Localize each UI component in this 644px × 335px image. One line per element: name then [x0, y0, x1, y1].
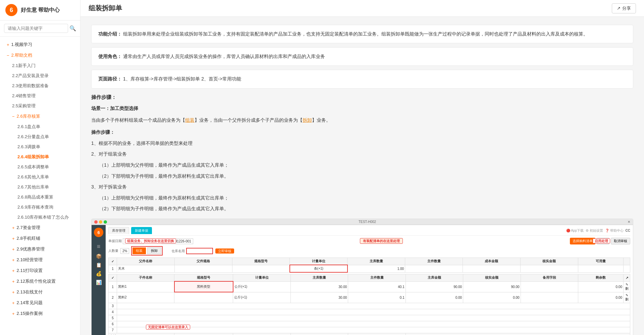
- mock-confirm-btn[interactable]: 选择购料清单: [570, 238, 595, 244]
- sidebar-item-2-6-3[interactable]: 2.6.3调拨单: [0, 142, 80, 152]
- sidebar-item-2-10[interactable]: + 2.10经营管理: [0, 255, 80, 265]
- sidebar-item-2-5[interactable]: 2.5采购管理: [0, 101, 80, 111]
- sidebar-item-video[interactable]: + 1.视频学习: [0, 39, 80, 50]
- sidebar-item-2-1[interactable]: 2.1新手入门: [0, 61, 80, 71]
- sidebar-item-2-6-2[interactable]: 2.6.2分量盘点单: [0, 132, 80, 142]
- search-button[interactable]: 🔍: [69, 25, 76, 32]
- plus-icon-2-11: +: [12, 268, 15, 273]
- logo-icon: 6: [5, 4, 17, 16]
- plus-icon-2-10: +: [12, 258, 15, 263]
- step2-sub2: （2）下部明细为子件明细，最终作为原材料生成其它出库单。: [91, 172, 633, 181]
- app-name: 好生意 帮助中心: [21, 7, 60, 14]
- step3-sub1: （1）上部明细为父件明细，最终作为原材料生成其它出库单；: [91, 193, 633, 203]
- role-text: 通常由生产人员或库管人员完成拆装业务的操作，库管人员确认原材料的出库和产成品的入…: [123, 54, 325, 59]
- mock-cancel-btn[interactable]: 取消审核: [611, 238, 630, 244]
- intro-block: 功能介绍： 组装拆卸单用来处理企业组装或拆卸等加工业务，支持有固定装配清单的产品…: [91, 25, 633, 43]
- sidebar-item-2-9[interactable]: + 2.9优惠券管理: [0, 244, 80, 255]
- annotation-text-4: 无固定清单可以在这里录入: [146, 325, 190, 330]
- plus-icon-2-8: +: [12, 236, 15, 241]
- minus-icon-2: −: [12, 114, 15, 119]
- plus-icon-2-14: +: [12, 300, 15, 305]
- step3: 3、对于拆装业务: [91, 182, 633, 191]
- mock-upper-table: ✓ 父件名称 父件规格 规格型号 计量单位 主库数量 主件数量 成本金额 核实金…: [108, 258, 630, 273]
- sidebar-item-2-4[interactable]: 2.4销售管理: [0, 91, 80, 101]
- annotation-text-2: 组装业务、拆卸业务在这里切换: [125, 238, 176, 243]
- mock-total-1: 89.00: [174, 333, 233, 335]
- plus-icon-2-12: +: [12, 279, 15, 284]
- plus-icon-2-9: +: [12, 247, 15, 252]
- role-label: 使用角色：: [98, 54, 122, 59]
- sidebar-nav: + 1.视频学习 − 2.帮助文档 2.1新手入门 2.2产品安装及登录 2.3…: [0, 37, 80, 335]
- step-content: 操作步骤： 场景一：加工类型选择 当由多个子件材料组装成一个成品的业务为【组装】…: [91, 93, 633, 213]
- sidebar-item-2-6-1[interactable]: 2.6.1盘点单: [0, 122, 80, 132]
- operation-title: 操作步骤：: [91, 93, 633, 102]
- sidebar-item-2-6-4[interactable]: 2.6.4组装拆卸单: [0, 152, 80, 162]
- minus-icon: −: [7, 53, 9, 58]
- sidebar-item-2-6-5[interactable]: 2.6.5成本调整单: [0, 162, 80, 172]
- step2: 2、对于组装业务: [91, 150, 633, 159]
- path-label: 页面路径：: [98, 76, 122, 81]
- annotation-text-1: 有装配清单的在这里处理: [360, 238, 403, 244]
- top-bar: 组装拆卸单 ↗ 分享: [80, 0, 644, 17]
- scene1-desc: 当由多个子件材料组装成一个成品的业务为【组装】业务，当由一个父件拆分成多个子产品…: [91, 116, 633, 125]
- path-text: 1、库存核算->库存管理->组装拆卸单 2、首页->常用功能: [123, 76, 241, 81]
- page-title: 组装拆卸单: [89, 4, 122, 13]
- path-block: 页面路径： 1、库存核算->库存管理->组装拆卸单 2、首页->常用功能: [91, 70, 633, 88]
- sidebar-item-2-6-10[interactable]: 2.6.10库存账本错了怎么办: [0, 212, 80, 222]
- mock-warehouse-input[interactable]: [186, 248, 213, 254]
- role-block: 使用角色： 通常由生产人员或库管人员完成拆装业务的操作，库管人员确认原材料的出库…: [91, 47, 633, 66]
- sidebar-item-2-3[interactable]: 2.3使用前数据准备: [0, 81, 80, 91]
- sidebar: 6 好生意 帮助中心 🔍 + 1.视频学习 − 2.帮助文档 2.1新手入门 2…: [0, 0, 80, 335]
- screenshot-container: TEST-H002 ✕ 6 ≡ 📦 📋 💰 📊 库存: [91, 219, 633, 335]
- sidebar-header: 6 好生意 帮助中心: [0, 0, 80, 20]
- mock-type-assembly[interactable]: 组装: [132, 247, 146, 254]
- main-content: 组装拆卸单 ↗ 分享 功能介绍： 组装拆卸单用来处理企业组装或拆卸等加工业务，支…: [80, 0, 644, 335]
- mock-tab-inventory[interactable]: 库存管理: [108, 227, 129, 234]
- plus-icon-2-13: +: [12, 290, 15, 295]
- steps-title: 操作步骤：: [91, 129, 115, 135]
- search-box: 🔍: [0, 20, 80, 37]
- sidebar-item-2-15[interactable]: + 2.15操作案例: [0, 308, 80, 319]
- sidebar-item-2-6[interactable]: − 2.6库存核算: [0, 111, 80, 122]
- step1: 1、根据不同的业务，选择不同单据的类型来处理: [91, 139, 633, 148]
- sidebar-item-2-6-6[interactable]: 2.6.6其他入库单: [0, 172, 80, 182]
- plus-icon-2-15: +: [12, 311, 15, 316]
- step3-sub2: （2）下部明细为子件明细，最终作为产成品生成其它入库单。: [91, 204, 633, 213]
- step2-sub1: （1）上部明细为父件明细，最终作为产成品生成其它入库单；: [91, 161, 633, 170]
- sidebar-item-2-8[interactable]: + 2.8手机旺铺: [0, 233, 80, 244]
- sidebar-item-2-12[interactable]: + 2.12系统个性化设置: [0, 276, 80, 287]
- sidebar-item-2-7[interactable]: + 2.7资金管理: [0, 222, 80, 233]
- scene1-title: 场景一：加工类型选择: [91, 106, 138, 111]
- content-area: 功能介绍： 组装拆卸单用来处理企业组装或拆卸等加工业务，支持有固定装配清单的产品…: [80, 17, 644, 335]
- mock-type-disassembly[interactable]: 拆卸: [147, 247, 161, 254]
- annotation-text-3: 启用处理: [593, 238, 610, 243]
- sidebar-item-2-6-9[interactable]: 2.6.9库存账本查询: [0, 202, 80, 212]
- share-icon: ↗: [617, 6, 621, 11]
- sidebar-item-2-13[interactable]: + 2.13在线支付: [0, 287, 80, 297]
- intro-label: 功能介绍：: [98, 31, 122, 37]
- sidebar-item-2-2[interactable]: 2.2产品安装及登录: [0, 71, 80, 81]
- sidebar-item-2-11[interactable]: + 2.11打印设置: [0, 265, 80, 276]
- sidebar-item-2-6-7[interactable]: 2.6.7其他出库单: [0, 182, 80, 192]
- mock-submit-btn: 立即审核: [215, 248, 234, 254]
- sidebar-item-2-6-8[interactable]: 2.6.8商品成本重算: [0, 192, 80, 202]
- plus-icon: +: [7, 42, 9, 47]
- share-button[interactable]: ↗ 分享: [612, 3, 636, 13]
- mock-tab-new[interactable]: 新建单据: [131, 227, 152, 234]
- intro-text: 组装拆卸单用来处理企业组装或拆卸等加工业务，支持有固定装配清单的产品加工业务，也…: [123, 31, 588, 37]
- search-input[interactable]: [4, 24, 68, 33]
- sidebar-item-help[interactable]: − 2.帮助文档: [0, 50, 80, 61]
- sidebar-item-2-14[interactable]: + 2.14常见问题: [0, 297, 80, 308]
- plus-icon-2-7: +: [12, 225, 15, 230]
- mock-system-label: TEST-H002: [107, 220, 628, 224]
